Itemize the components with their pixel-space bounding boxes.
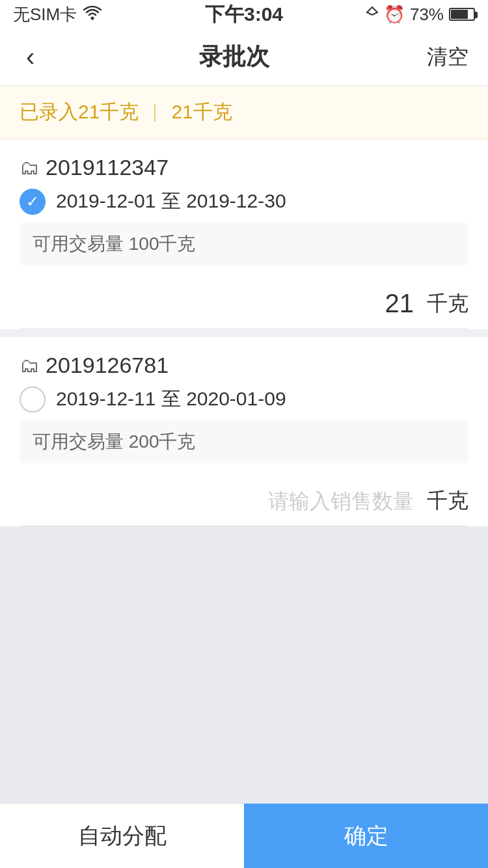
radio-button-2[interactable] xyxy=(20,387,46,413)
page-title: 录批次 xyxy=(199,41,269,73)
batch-number-2: 2019126781 xyxy=(46,353,169,378)
summary-divider xyxy=(154,103,156,122)
batch-number-1: 2019112347 xyxy=(46,155,169,180)
batch-date-1: 2019-12-01 至 2019-12-30 xyxy=(56,188,286,215)
clear-button[interactable]: 清空 xyxy=(427,43,468,72)
batch-card-1: 🗂 2019112347 ✓ 2019-12-01 至 2019-12-30 可… xyxy=(0,139,488,329)
batch-date-2: 2019-12-11 至 2020-01-09 xyxy=(56,386,286,413)
gray-fill-area xyxy=(0,526,488,803)
quantity-row-1: 21 千克 xyxy=(0,278,488,329)
battery-text: 73% xyxy=(410,5,444,25)
summary-label: 已录入21千克 xyxy=(20,99,139,126)
batch-header-2: 🗂 2019126781 xyxy=(0,337,488,386)
batch-available-1: 可用交易量 100千克 xyxy=(20,223,468,265)
alarm-icon: ⏰ xyxy=(384,5,405,25)
check-icon-1: ✓ xyxy=(26,193,39,211)
confirm-button[interactable]: 确定 xyxy=(244,804,488,868)
batch-header-1: 🗂 2019112347 xyxy=(0,139,488,188)
quantity-unit-1: 千克 xyxy=(427,290,468,318)
status-right: ⏰ 73% xyxy=(366,5,475,25)
quantity-input-2[interactable] xyxy=(20,489,414,513)
batch-available-2: 可用交易量 200千克 xyxy=(20,420,468,463)
bottom-bar: 自动分配 确定 xyxy=(0,803,488,868)
summary-banner: 已录入21千克 21千克 xyxy=(0,86,488,139)
auto-distribute-button[interactable]: 自动分配 xyxy=(0,804,244,868)
radio-button-1[interactable]: ✓ xyxy=(20,189,46,215)
wifi-icon xyxy=(83,5,102,25)
batch-icon-1: 🗂 xyxy=(20,157,39,179)
battery-icon xyxy=(449,8,475,21)
status-signal: 无SIM卡 xyxy=(13,3,102,26)
quantity-row-2: 千克 xyxy=(0,476,488,526)
content-wrapper: 已录入21千克 21千克 🗂 2019112347 ✓ 2019-12-01 至… xyxy=(0,86,488,803)
status-bar: 无SIM卡 下午3:04 ⏰ 73% xyxy=(0,0,488,29)
batch-card-2: 🗂 2019126781 2019-12-11 至 2020-01-09 可用交… xyxy=(0,337,488,526)
batch-icon-2: 🗂 xyxy=(20,355,39,377)
nav-bar: ‹ 录批次 清空 xyxy=(0,29,488,86)
back-button[interactable]: ‹ xyxy=(20,36,41,78)
quantity-value-1: 21 xyxy=(20,289,414,318)
location-icon xyxy=(366,5,379,25)
batch-date-row-1: ✓ 2019-12-01 至 2019-12-30 xyxy=(0,188,488,223)
svg-point-0 xyxy=(91,16,94,20)
status-time: 下午3:04 xyxy=(205,1,283,28)
summary-amount: 21千克 xyxy=(171,99,232,126)
batch-divider xyxy=(0,329,488,337)
batch-date-row-2: 2019-12-11 至 2020-01-09 xyxy=(0,386,488,420)
no-sim-text: 无SIM卡 xyxy=(13,3,77,26)
quantity-unit-2: 千克 xyxy=(427,487,468,515)
